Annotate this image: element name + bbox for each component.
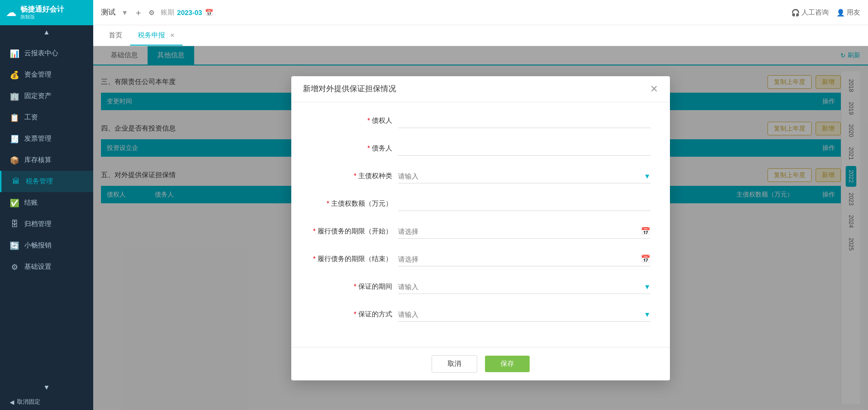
- sidebar-item-fixed-assets[interactable]: 🏢 固定资产: [0, 85, 93, 107]
- date-period-end-input[interactable]: [398, 252, 641, 266]
- sidebar-item-settings[interactable]: ⚙ 基础设置: [0, 256, 93, 278]
- select-claim-type[interactable]: ▼: [398, 169, 651, 183]
- input-creditor[interactable]: [398, 114, 651, 128]
- sidebar-scroll-down[interactable]: ▼: [0, 380, 93, 394]
- user-icon: 👤: [836, 9, 845, 16]
- sidebar-item-xiaochang[interactable]: 🔄 小畅报销: [0, 235, 93, 256]
- select-guarantee-period[interactable]: ▼: [398, 280, 651, 294]
- tab-home[interactable]: 首页: [101, 25, 130, 46]
- period-label: 账期: [161, 8, 174, 17]
- chevron-down-icon[interactable]: ▼: [644, 172, 651, 180]
- field-claim-amount: * 主债权数额（万元）: [311, 197, 651, 211]
- tab-close-icon[interactable]: ✕: [170, 32, 175, 39]
- invoice-icon: 🧾: [10, 134, 19, 144]
- modal-body: * 债权人 * 债务人: [291, 102, 670, 347]
- sidebar-item-label: 发票管理: [24, 134, 51, 143]
- label-claim-amount: * 主债权数额（万元）: [311, 199, 398, 208]
- date-period-end[interactable]: 📅: [398, 252, 651, 266]
- modal-footer: 取消 保存: [291, 347, 670, 380]
- topbar-add-icon[interactable]: ＋: [134, 7, 143, 18]
- payroll-icon: 📋: [10, 113, 19, 122]
- calendar-icon[interactable]: 📅: [205, 9, 213, 16]
- settlement-icon: ✅: [10, 198, 19, 208]
- calendar-start-icon[interactable]: 📅: [641, 227, 651, 236]
- topbar-gear-icon[interactable]: ⚙: [149, 9, 155, 16]
- archive-icon: 🗄: [10, 219, 19, 229]
- sidebar-item-invoice[interactable]: 🧾 发票管理: [0, 128, 93, 149]
- tab-tax-report[interactable]: 税务申报 ✕: [130, 25, 183, 46]
- sidebar-logo: ☁ 畅捷通好会计 旗舰版: [0, 0, 93, 25]
- sidebar-item-label: 固定资产: [24, 92, 51, 100]
- headset-icon: 🎧: [791, 9, 800, 16]
- label-guarantee-method: * 保证的方式: [311, 310, 398, 319]
- input-debtor[interactable]: [398, 142, 651, 156]
- modal-add-guarantee: 新增对外提供保证担保情况 ✕ * 债权人: [291, 76, 670, 380]
- period-value: 2023-03: [177, 9, 202, 16]
- page-content: 基础信息 其他信息 ↻ 刷新: [93, 46, 868, 410]
- sidebar-item-inventory[interactable]: 📦 库存核算: [0, 149, 93, 171]
- label-debtor: * 债务人: [311, 144, 398, 153]
- cancel-button[interactable]: 取消: [432, 355, 477, 373]
- settings-icon: ⚙: [10, 262, 19, 272]
- field-period-end: * 履行债务的期限（结束） 📅: [311, 252, 651, 266]
- inventory-icon: 📦: [10, 155, 19, 165]
- topbar: 测试 ▼ ＋ ⚙ 账期 2023-03 📅 🎧 人工咨询 👤 用友: [93, 0, 868, 25]
- label-period-start: * 履行债务的期限（开始）: [311, 227, 398, 236]
- sidebar-unpin[interactable]: ◀ 取消固定: [0, 394, 93, 410]
- date-period-start-input[interactable]: [398, 225, 641, 238]
- topbar-chevron-icon[interactable]: ▼: [121, 9, 128, 16]
- field-creditor: * 债权人: [311, 114, 651, 128]
- field-guarantee-period: * 保证的期间 ▼: [311, 280, 651, 294]
- save-button[interactable]: 保存: [485, 356, 530, 372]
- label-guarantee-period: * 保证的期间: [311, 282, 398, 291]
- select-guarantee-method[interactable]: ▼: [398, 308, 651, 322]
- unpin-icon: ◀: [10, 399, 14, 406]
- select-guarantee-method-input[interactable]: [398, 308, 644, 321]
- tab-home-label: 首页: [109, 31, 122, 39]
- sidebar-item-label: 库存核算: [24, 156, 51, 164]
- main-area: 测试 ▼ ＋ ⚙ 账期 2023-03 📅 🎧 人工咨询 👤 用友: [93, 0, 868, 410]
- sidebar-item-cloud-reports[interactable]: 📊 云报表中心: [0, 43, 93, 64]
- xiaochang-icon: 🔄: [10, 241, 19, 250]
- logo-icon: ☁: [6, 6, 17, 19]
- date-period-start[interactable]: 📅: [398, 225, 651, 239]
- select-claim-type-input[interactable]: [398, 169, 644, 183]
- sidebar-item-archive[interactable]: 🗄 归档管理: [0, 213, 93, 235]
- modal-title: 新增对外提供保证担保情况: [303, 84, 396, 94]
- select-guarantee-period-input[interactable]: [398, 280, 644, 294]
- calendar-end-icon[interactable]: 📅: [641, 254, 651, 263]
- sidebar: ☁ 畅捷通好会计 旗舰版 ▲ 📊 云报表中心 💰 资金管理 🏢 固定资产 📋: [0, 0, 93, 410]
- sidebar-item-label: 云报表中心: [24, 49, 58, 58]
- modal-close-button[interactable]: ✕: [650, 84, 658, 94]
- field-period-start: * 履行债务的期限（开始） 📅: [311, 225, 651, 239]
- sidebar-item-label: 结账: [24, 198, 38, 207]
- sidebar-item-settlement[interactable]: ✅ 结账: [0, 192, 93, 213]
- service-label: 人工咨询: [801, 8, 829, 17]
- sidebar-item-label: 基础设置: [24, 262, 51, 271]
- sidebar-item-label: 工资: [24, 113, 38, 122]
- modal-overlay: 新增对外提供保证担保情况 ✕ * 债权人: [93, 46, 868, 410]
- chevron-down-guarantee-period-icon[interactable]: ▼: [644, 283, 651, 291]
- content-tabs: 首页 税务申报 ✕: [93, 25, 868, 46]
- sidebar-item-label: 归档管理: [24, 220, 51, 229]
- topbar-period: 账期 2023-03 📅: [161, 8, 213, 17]
- sidebar-item-tax[interactable]: 🏛 税务管理: [0, 171, 93, 192]
- input-claim-amount[interactable]: [398, 197, 651, 211]
- user-menu[interactable]: 👤 用友: [836, 8, 860, 17]
- customer-service[interactable]: 🎧 人工咨询: [791, 8, 829, 17]
- user-label: 用友: [847, 8, 860, 17]
- tab-tax-report-label: 税务申报: [138, 31, 165, 39]
- tax-icon: 🏛: [11, 177, 21, 186]
- cloud-reports-icon: 📊: [10, 49, 19, 58]
- sidebar-item-label: 税务管理: [26, 177, 53, 186]
- sidebar-item-label: 小畅报销: [24, 241, 51, 250]
- sidebar-item-capital[interactable]: 💰 资金管理: [0, 64, 93, 85]
- sidebar-item-label: 资金管理: [24, 70, 51, 79]
- sidebar-scroll-up[interactable]: ▲: [0, 25, 93, 39]
- logo-sub: 旗舰版: [20, 14, 64, 20]
- fixed-assets-icon: 🏢: [10, 91, 19, 101]
- sidebar-item-payroll[interactable]: 📋 工资: [0, 107, 93, 128]
- chevron-down-guarantee-method-icon[interactable]: ▼: [644, 311, 651, 318]
- unpin-label: 取消固定: [17, 398, 40, 406]
- logo-name: 畅捷通好会计: [20, 5, 64, 14]
